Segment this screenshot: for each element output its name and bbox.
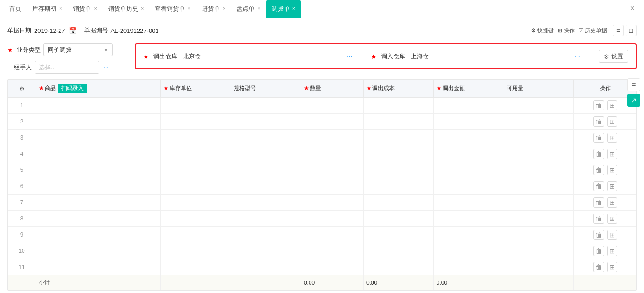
history-icon: ☑: [578, 27, 583, 34]
copy-icon[interactable]: ⊞: [607, 197, 617, 208]
th-gear[interactable]: ⚙: [8, 80, 36, 98]
table-row: 4🗑⊞: [8, 146, 636, 162]
side-list-icon[interactable]: ≡: [627, 78, 640, 91]
th-qty: ★数量: [301, 80, 363, 98]
warehouse-out-value: 北京仓: [183, 52, 201, 61]
copy-icon[interactable]: ⊞: [607, 100, 617, 110]
table-row: 1🗑⊞: [8, 98, 636, 114]
delete-icon[interactable]: 🗑: [593, 149, 604, 159]
copy-icon[interactable]: ⊞: [607, 230, 617, 240]
delete-icon[interactable]: 🗑: [593, 197, 604, 208]
copy-icon[interactable]: ⊞: [607, 116, 617, 127]
tab-sales-history[interactable]: 销货单历史 ×: [103, 0, 149, 18]
delete-icon[interactable]: 🗑: [593, 230, 604, 240]
tab-purchase-order[interactable]: 进货单 ×: [196, 0, 231, 18]
delete-icon[interactable]: 🗑: [593, 165, 604, 175]
tab-transfer-order[interactable]: 调拨单 ×: [266, 0, 301, 18]
scan-barcode-button[interactable]: 扫码录入: [58, 84, 87, 93]
tab-home[interactable]: 首页: [4, 0, 27, 18]
copy-icon[interactable]: ⊞: [607, 214, 617, 224]
doc-no-group: 单据编号 AL-20191227-001: [84, 26, 159, 35]
copy-icon[interactable]: ⊞: [607, 246, 617, 256]
subtotal-qty: 0.00: [301, 275, 363, 290]
copy-icon[interactable]: ⊞: [607, 165, 617, 175]
list-view-btn[interactable]: ≡: [613, 25, 624, 36]
form-section: ★ 业务类型 同价调拨 ▼ 经手人 选择... ··· ★ 调出仓库 北京仓 ·…: [7, 43, 637, 74]
tab-close-window[interactable]: ×: [624, 0, 640, 18]
th-available: 可用量: [504, 80, 574, 98]
gear-icon[interactable]: ⚙: [19, 85, 24, 92]
delete-icon[interactable]: 🗑: [593, 262, 604, 272]
subtotal-label: 小计: [36, 275, 161, 290]
table-row: 8🗑⊞: [8, 211, 636, 227]
tab-close-inventory-init[interactable]: ×: [59, 6, 62, 11]
grid-view-btn[interactable]: ⊟: [626, 25, 637, 36]
table-row: 11🗑⊞: [8, 259, 636, 275]
business-type-required: ★: [7, 47, 13, 54]
warehouse-in-value: 上海仓: [411, 52, 429, 61]
handler-more-btn[interactable]: ···: [104, 63, 110, 72]
operation-icon: ⊞: [558, 27, 562, 34]
settings-button[interactable]: ⚙ 设置: [599, 50, 628, 63]
business-type-select[interactable]: 同价调拨 ▼: [43, 43, 113, 56]
doc-date-value[interactable]: 2019-12-27: [34, 27, 65, 34]
delete-icon[interactable]: 🗑: [593, 181, 604, 191]
delete-icon[interactable]: 🗑: [593, 246, 604, 256]
copy-icon[interactable]: ⊞: [607, 149, 617, 159]
warehouse-in-more[interactable]: ···: [574, 52, 580, 61]
business-type-label: 业务类型: [17, 46, 41, 54]
calendar-icon[interactable]: 📅: [69, 27, 77, 34]
warehouse-out-field: ★ 调出仓库 北京仓 ···: [143, 52, 352, 61]
table-row: 9🗑⊞: [8, 227, 636, 243]
tab-inventory-init[interactable]: 库存期初 ×: [27, 0, 67, 18]
tab-inventory-count[interactable]: 盘点单 ×: [231, 0, 266, 18]
delete-icon[interactable]: 🗑: [593, 133, 604, 143]
tab-close-view-sales[interactable]: ×: [188, 6, 190, 11]
warehouse-in-label: 调入仓库: [381, 52, 405, 61]
tab-sales-order[interactable]: 销货单 ×: [67, 0, 102, 18]
history-btn[interactable]: ☑ 历史单据: [578, 27, 607, 35]
table-wrapper: ⚙ ★商品 扫码录入 ★库存单位 规格型号 ★数量 ★调出成本: [7, 79, 637, 291]
warehouse-out-more[interactable]: ···: [346, 52, 352, 61]
subtotal-cost: 0.00: [363, 275, 433, 290]
toolbar-left: 单据日期 2019-12-27 📅 单据编号 AL-20191227-001: [7, 26, 159, 35]
tab-close-purchase-order[interactable]: ×: [223, 6, 225, 11]
warehouse-out-label: 调出仓库: [153, 52, 177, 61]
copy-icon[interactable]: ⊞: [607, 133, 617, 143]
main-content: 单据日期 2019-12-27 📅 单据编号 AL-20191227-001 ⚙…: [0, 18, 644, 293]
warehouse-section: ★ 调出仓库 北京仓 ··· ★ 调入仓库 上海仓 ··· ⚙ 设置: [135, 43, 637, 69]
toolbar-row: 单据日期 2019-12-27 📅 单据编号 AL-20191227-001 ⚙…: [7, 23, 637, 38]
handler-label: 经手人: [14, 63, 32, 72]
doc-date-label: 单据日期: [7, 26, 31, 35]
operation-btn[interactable]: ⊞ 操作: [558, 27, 575, 35]
th-product: ★商品 扫码录入: [36, 80, 161, 98]
tab-close-transfer-order[interactable]: ×: [292, 6, 295, 11]
tab-close-inventory-count[interactable]: ×: [257, 6, 260, 11]
table-row: 7🗑⊞: [8, 195, 636, 211]
warehouse-in-field: ★ 调入仓库 上海仓 ···: [371, 52, 580, 61]
warehouse-in-required: ★: [371, 53, 377, 60]
th-amount: ★调出金额: [433, 80, 504, 98]
copy-icon[interactable]: ⊞: [607, 181, 617, 191]
th-cost: ★调出成本: [363, 80, 433, 98]
delete-icon[interactable]: 🗑: [593, 100, 604, 110]
th-spec: 规格型号: [231, 80, 301, 98]
delete-icon[interactable]: 🗑: [593, 214, 604, 224]
table-row: 3🗑⊞: [8, 130, 636, 146]
right-panel: ≡ ↗: [626, 74, 642, 110]
transfer-table: ⚙ ★商品 扫码录入 ★库存单位 规格型号 ★数量 ★调出成本: [8, 80, 636, 290]
copy-icon[interactable]: ⊞: [607, 262, 617, 272]
delete-icon[interactable]: 🗑: [593, 116, 604, 127]
table-row: 10🗑⊞: [8, 243, 636, 259]
handler-input[interactable]: 选择...: [35, 61, 99, 74]
toolbar-right: ⚙ 快捷键 ⊞ 操作 ☑ 历史单据 ≡ ⊟: [531, 25, 637, 36]
shortcut-btn[interactable]: ⚙ 快捷键: [531, 27, 554, 35]
settings-gear-icon: ⚙: [604, 53, 609, 60]
table-row: 2🗑⊞: [8, 114, 636, 130]
business-type-field: ★ 业务类型 同价调拨 ▼: [7, 43, 128, 56]
tab-view-sales[interactable]: 查看销货单 ×: [149, 0, 196, 18]
side-external-icon[interactable]: ↗: [627, 94, 640, 107]
subtotal-row: 小计 0.00 0.00 0.00: [8, 275, 636, 290]
tab-close-sales-order[interactable]: ×: [94, 6, 97, 11]
tab-close-sales-history[interactable]: ×: [141, 6, 144, 11]
